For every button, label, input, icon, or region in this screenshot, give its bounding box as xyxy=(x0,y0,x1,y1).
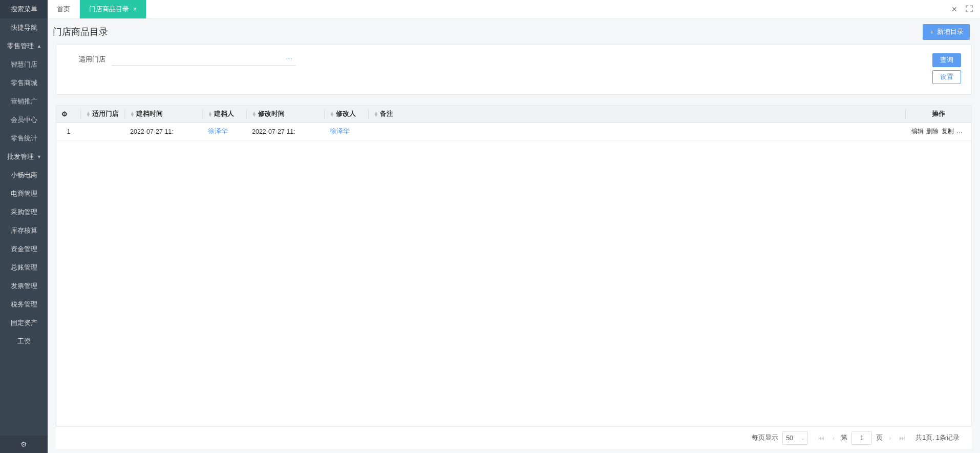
pager-first[interactable]: ⏮ xyxy=(816,434,826,443)
sidebar-item-member-center[interactable]: 会员中心 xyxy=(0,111,48,129)
th-created-at[interactable]: ▲▼建档时间 xyxy=(125,106,203,123)
sidebar-item-search-menu[interactable]: 搜索菜单 xyxy=(0,0,48,18)
creator-link[interactable]: 徐泽华 xyxy=(208,128,228,135)
th-settings[interactable]: ⚙ xyxy=(56,106,81,123)
pager-prev[interactable]: ‹ xyxy=(830,434,837,443)
cell-modified-by: 徐泽华 xyxy=(325,123,369,140)
tabs-bar: 首页 门店商品目录 × ✕ xyxy=(48,0,980,19)
sidebar-item-invoice-mgmt[interactable]: 发票管理 xyxy=(0,277,48,295)
sort-icon: ▲▼ xyxy=(252,112,257,117)
cell-actions: 编辑 删除 复制 查看 xyxy=(906,123,971,140)
add-catalog-button[interactable]: ＋ 新增目录 xyxy=(923,24,970,40)
sidebar-item-retail-mall[interactable]: 零售商城 xyxy=(0,74,48,92)
settings-button[interactable]: 设置 xyxy=(932,70,961,84)
sidebar: 搜索菜单 快捷导航 零售管理▲ 智慧门店 零售商城 营销推广 会员中心 零售统计… xyxy=(0,0,48,453)
query-button[interactable]: 查询 xyxy=(932,53,961,67)
modifier-link[interactable]: 徐泽华 xyxy=(330,128,350,135)
chevron-down-icon: ⌵ xyxy=(801,435,804,441)
cell-created-at: 2022-07-27 11: xyxy=(125,123,203,140)
table-header-row: ⚙ ▲▼适用门店 ▲▼建档时间 ▲▼建档人 ▲▼修改时间 ▲▼修改人 ▲▼备注 … xyxy=(56,106,971,123)
filter-panel: 适用门店 ··· 查询 设置 xyxy=(56,45,972,95)
sidebar-item-wholesale-mgmt[interactable]: 批发管理▼ xyxy=(0,148,48,166)
pager-next[interactable]: › xyxy=(887,434,893,443)
cell-remark xyxy=(369,123,906,140)
sidebar-item-fund-mgmt[interactable]: 资金管理 xyxy=(0,240,48,258)
sidebar-item-smart-store[interactable]: 智慧门店 xyxy=(0,55,48,74)
per-page-label: 每页显示 xyxy=(752,434,778,442)
sidebar-item-salary[interactable]: 工资 xyxy=(0,332,48,351)
sidebar-item-purchase-mgmt[interactable]: 采购管理 xyxy=(0,203,48,221)
sort-icon: ▲▼ xyxy=(130,112,135,117)
sidebar-item-inventory[interactable]: 库存核算 xyxy=(0,221,48,240)
filter-store-input[interactable] xyxy=(112,53,296,66)
sidebar-item-retail-mgmt[interactable]: 零售管理▲ xyxy=(0,37,48,55)
action-edit[interactable]: 编辑 xyxy=(911,128,924,135)
caret-up-icon: ▲ xyxy=(37,44,41,49)
sidebar-item-ecom-mgmt[interactable]: 电商管理 xyxy=(0,184,48,203)
th-store[interactable]: ▲▼适用门店 xyxy=(81,106,125,123)
pager: 每页显示 50 ⌵ ⏮ ‹ 第 页 › ⏭ 共1页, 1条记录 xyxy=(56,426,972,449)
page-number-input[interactable] xyxy=(851,431,872,445)
close-all-tabs-icon[interactable]: ✕ xyxy=(951,5,957,13)
sidebar-item-marketing[interactable]: 营销推广 xyxy=(0,92,48,111)
pager-last[interactable]: ⏭ xyxy=(897,434,907,443)
cell-modified-at: 2022-07-27 11: xyxy=(247,123,325,140)
th-remark[interactable]: ▲▼备注 xyxy=(369,106,906,123)
pager-summary: 共1页, 1条记录 xyxy=(915,434,960,442)
main-panel: 首页 门店商品目录 × ✕ 门店商品目录 ＋ 新增目录 适用门店 xyxy=(48,0,980,453)
cell-index: 1 xyxy=(56,123,81,140)
plus-icon: ＋ xyxy=(929,28,935,36)
th-actions: 操作 xyxy=(906,106,971,123)
page-header: 门店商品目录 ＋ 新增目录 xyxy=(48,19,980,45)
tab-home[interactable]: 首页 xyxy=(48,0,80,18)
sort-icon: ▲▼ xyxy=(208,112,212,117)
data-table: ⚙ ▲▼适用门店 ▲▼建档时间 ▲▼建档人 ▲▼修改时间 ▲▼修改人 ▲▼备注 … xyxy=(56,105,972,426)
caret-down-icon: ▼ xyxy=(37,154,41,159)
tab-close-icon[interactable]: × xyxy=(133,6,137,13)
th-created-by[interactable]: ▲▼建档人 xyxy=(203,106,247,123)
page-title: 门店商品目录 xyxy=(53,26,108,38)
gear-icon: ⚙ xyxy=(61,111,68,118)
sidebar-item-ledger-mgmt[interactable]: 总账管理 xyxy=(0,258,48,277)
page-size-select[interactable]: 50 ⌵ xyxy=(782,431,808,445)
th-modified-by[interactable]: ▲▼修改人 xyxy=(325,106,369,123)
filter-lookup-icon[interactable]: ··· xyxy=(286,54,293,62)
action-view[interactable]: 查看 xyxy=(956,128,969,135)
page-prefix: 第 xyxy=(841,434,847,442)
sidebar-item-retail-stats[interactable]: 零售统计 xyxy=(0,129,48,148)
action-copy[interactable]: 复制 xyxy=(942,128,954,135)
sidebar-settings[interactable]: ⚙ xyxy=(0,436,48,453)
filter-store-label: 适用门店 xyxy=(79,55,105,64)
tab-store-catalog[interactable]: 门店商品目录 × xyxy=(80,0,146,18)
cell-store xyxy=(81,123,125,140)
gear-icon: ⚙ xyxy=(20,440,27,448)
sidebar-item-xchang-ecom[interactable]: 小畅电商 xyxy=(0,166,48,184)
sort-icon: ▲▼ xyxy=(86,112,91,117)
sidebar-item-tax-mgmt[interactable]: 税务管理 xyxy=(0,295,48,314)
sidebar-item-quick-nav[interactable]: 快捷导航 xyxy=(0,18,48,37)
table-row[interactable]: 1 2022-07-27 11: 徐泽华 2022-07-27 11: 徐泽华 … xyxy=(56,123,971,140)
sidebar-item-fixed-assets[interactable]: 固定资产 xyxy=(0,314,48,332)
action-delete[interactable]: 删除 xyxy=(926,128,939,135)
fullscreen-icon[interactable] xyxy=(966,5,973,14)
sort-icon: ▲▼ xyxy=(330,112,334,117)
page-suffix: 页 xyxy=(876,434,883,442)
sort-icon: ▲▼ xyxy=(374,112,378,117)
th-modified-at[interactable]: ▲▼修改时间 xyxy=(247,106,325,123)
cell-created-by: 徐泽华 xyxy=(203,123,247,140)
